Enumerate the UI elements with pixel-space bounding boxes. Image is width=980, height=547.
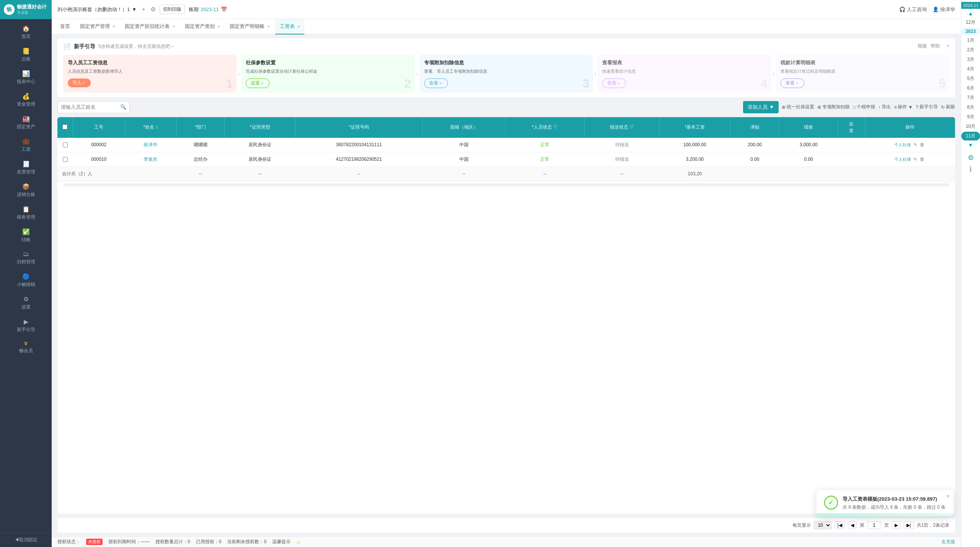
th-name[interactable]: *姓名 ↕ — [125, 117, 176, 138]
sidebar-item-fund[interactable]: 💰 资金管理 — [0, 89, 52, 111]
sidebar-logo: 畅 畅捷通好会计 专业版 — [0, 0, 52, 19]
right-nav-up[interactable]: ▲ — [967, 10, 974, 17]
sidebar-item-settings[interactable]: ⚙ 设置 — [0, 292, 52, 314]
ai-consult-btn[interactable]: 🎧 人工咨询 — [899, 6, 927, 13]
next-page-btn[interactable]: ▶ — [892, 521, 901, 529]
right-panel-settings-icon[interactable]: ⚙ — [968, 153, 974, 162]
right-month-1[interactable]: 1月 — [961, 36, 980, 45]
export-btn[interactable]: ↑ 导出 — [878, 104, 891, 110]
sidebar-item-expense[interactable]: 🔵 小畅报销 — [0, 269, 52, 292]
th-status[interactable]: *人员状态 ▽ — [505, 117, 585, 138]
tax-report-btn[interactable]: □ 个税申报 — [853, 104, 875, 110]
delete-icon[interactable]: 🗑 — [920, 142, 924, 147]
step-3-btn[interactable]: 查看＞ — [424, 78, 448, 88]
horizontal-scrollbar[interactable] — [63, 183, 949, 186]
sidebar-item-stock[interactable]: 📦 进销台账 — [0, 179, 52, 202]
first-page-btn[interactable]: |◀ — [835, 521, 844, 529]
tab-asset-cat[interactable]: 固定资产类别 × — [180, 19, 224, 34]
period-selector[interactable]: 账期 2023-11 📅 — [189, 6, 227, 13]
guide-header: 📄 新手引导 5步快速完成设置，快去完善信息吧～ — [63, 43, 949, 50]
step-1-btn[interactable]: 导入＞ — [68, 78, 91, 87]
right-month-4[interactable]: 4月 — [961, 65, 980, 73]
guide-btn[interactable]: ? 新手引导 — [916, 104, 938, 110]
tab-close-icon[interactable]: × — [172, 24, 175, 29]
page-input[interactable] — [867, 521, 881, 529]
sidebar-item-home[interactable]: 🏠 首页 — [0, 21, 52, 44]
sidebar-item-asset[interactable]: 🏭 固定资产 — [0, 111, 52, 134]
guide-subtitle: 5步快速完成设置，快去完善信息吧～ — [98, 43, 175, 50]
sidebar-item-payroll[interactable]: 💼 工资 — [0, 134, 52, 157]
search-icon[interactable]: 🔍 — [120, 104, 126, 110]
right-month-6[interactable]: 6月 — [961, 84, 980, 93]
tab-home[interactable]: 首页 — [56, 19, 75, 34]
tab-asset-dep[interactable]: 固定资产折旧统计表 × — [120, 19, 179, 34]
tab-close-icon[interactable]: × — [113, 24, 115, 29]
right-panel-info-icon[interactable]: ℹ — [969, 165, 972, 173]
row-checkbox[interactable] — [63, 157, 68, 162]
right-month-9[interactable]: 9月 — [961, 113, 980, 121]
step-2-btn[interactable]: 设置＞ — [246, 78, 270, 88]
row-checkbox[interactable] — [63, 142, 68, 147]
right-month-2[interactable]: 2月 — [961, 46, 980, 54]
delete-icon[interactable]: 🗑 — [920, 157, 924, 162]
operate-btn[interactable]: ≡ 操作 ▼ — [894, 104, 913, 110]
total-auth-label: 授权数量总计：0 — [155, 539, 190, 545]
search-input[interactable] — [61, 104, 118, 110]
th-report-status[interactable]: 报送状态 ▽ — [585, 117, 660, 138]
right-month-10[interactable]: 10月 — [961, 122, 980, 131]
tab-payroll[interactable]: 工资表 × — [275, 19, 304, 34]
right-month-7[interactable]: 7月 — [961, 93, 980, 102]
sidebar-item-guide[interactable]: ▶ 新手引导 — [0, 314, 52, 337]
per-page-select[interactable]: 10 20 50 — [814, 521, 831, 529]
prev-page-btn[interactable]: ◀ — [848, 521, 857, 529]
settings-account-icon[interactable]: ⚙ — [150, 6, 156, 13]
td-check[interactable] — [57, 138, 73, 152]
tab-close-icon[interactable]: × — [217, 24, 220, 29]
video-link[interactable]: 视频 — [918, 43, 927, 49]
step-5-btn[interactable]: 查看＞ — [781, 78, 804, 88]
sidebar-item-report[interactable]: 📊 报表中心 — [0, 66, 52, 89]
add-account-icon[interactable]: ＋ — [140, 5, 147, 13]
switch-version-btn[interactable]: 切到旧版 — [160, 5, 185, 14]
toast-close-btn[interactable]: × — [946, 493, 949, 499]
th-check[interactable] — [57, 117, 73, 138]
th-id-no: *证照号码 — [296, 117, 422, 138]
op-social-btn[interactable]: 个人社保 — [894, 142, 911, 147]
sidebar-item-archive[interactable]: 🗂 归档管理 — [0, 247, 52, 269]
sidebar-item-invoice[interactable]: 🧾 发票管理 — [0, 157, 52, 179]
account-selector[interactable]: 刘小艳演示账套（勿删勿动！）1 ▼ — [57, 6, 137, 13]
step-4-btn[interactable]: 查看＞ — [602, 78, 626, 88]
sidebar-item-settle[interactable]: ✅ 结账 — [0, 224, 52, 247]
right-month-3[interactable]: 3月 — [961, 55, 980, 64]
sidebar-unpin-btn[interactable]: ◀取消固定 — [0, 532, 52, 547]
guide-close-btn[interactable]: × — [946, 43, 949, 49]
right-nav-down[interactable]: ▼ — [967, 141, 974, 149]
sidebar-item-tax[interactable]: 📋 税务管理 — [0, 202, 52, 224]
td-name[interactable]: 李俊杰 — [125, 152, 176, 167]
tab-close-icon[interactable]: × — [267, 24, 270, 29]
op-social-btn[interactable]: 个人社保 — [894, 157, 911, 162]
help-link[interactable]: 帮助 — [931, 43, 940, 49]
tab-asset-mgmt[interactable]: 固定资产管理 × — [75, 19, 119, 34]
tab-asset-detail[interactable]: 固定资产明细账 × — [225, 19, 274, 34]
right-month-5[interactable]: 5月 — [961, 74, 980, 83]
edit-icon[interactable]: ✎ — [913, 157, 917, 162]
td-name[interactable]: 徐泽华 — [125, 138, 176, 152]
sidebar-item-ledger[interactable]: 📒 总账 — [0, 44, 52, 66]
go-charge-link[interactable]: 去充值 — [941, 539, 955, 545]
edit-icon[interactable]: ✎ — [913, 142, 917, 147]
right-month-12[interactable]: 12月 — [961, 18, 980, 27]
right-month-11[interactable]: 11月 — [961, 132, 980, 140]
sidebar-item-member[interactable]: V 畅会员 — [0, 337, 52, 358]
add-employee-btn[interactable]: 添加人员 ▼ — [743, 101, 779, 113]
social-insurance-btn[interactable]: ⊕ 统一社保设置 — [782, 104, 814, 110]
refresh-btn[interactable]: ↻ 刷新 — [941, 104, 955, 110]
last-page-btn[interactable]: ▶| — [904, 521, 914, 529]
select-all-checkbox[interactable] — [62, 124, 67, 129]
user-menu[interactable]: 👤 徐泽华 — [933, 6, 955, 13]
right-year-label[interactable]: 2023 — [961, 28, 980, 35]
right-month-8[interactable]: 8月 — [961, 103, 980, 112]
td-check[interactable] — [57, 152, 73, 167]
tab-close-icon[interactable]: × — [297, 24, 300, 29]
deduction-btn[interactable]: ⊕ 专项附加扣除 — [817, 104, 850, 110]
